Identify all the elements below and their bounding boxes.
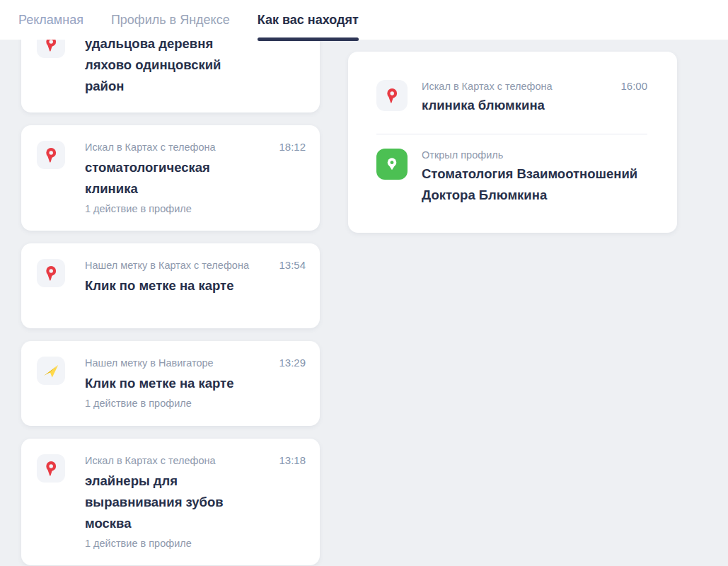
tab-label: Как вас находят — [258, 13, 359, 28]
event-action-count: 1 действие в профиле — [85, 397, 306, 410]
maps-pin-icon — [37, 454, 65, 483]
active-tab-underline — [258, 37, 359, 41]
event-title: Клик по метке на карте — [85, 275, 255, 296]
event-source: Нашел метку в Картах с телефона — [85, 259, 249, 272]
event-action-count: 1 действие в профиле — [85, 202, 306, 215]
maps-pin-icon — [37, 259, 65, 287]
event-time: 18:12 — [279, 141, 306, 153]
maps-pin-icon — [37, 141, 65, 169]
tab-label: Рекламная — [18, 13, 83, 28]
event-card[interactable]: Нашел метку в Картах с телефона 13:54 Кл… — [21, 243, 320, 328]
event-title: удальцова деревня ляхово одинцовский рай… — [85, 33, 255, 97]
tab-label: Профиль в Яндексе — [111, 13, 230, 28]
session-event-search: Искал в Картах с телефона 16:00 клиника … — [376, 80, 647, 116]
event-time: 13:18 — [279, 454, 306, 466]
event-card[interactable]: Искал в Картах с телефона 18:12 стоматол… — [21, 125, 320, 231]
event-title: Стоматология Взаимоотношений Доктора Блю… — [422, 163, 647, 206]
tab-bar: Рекламная Профиль в Яндексе Как вас нахо… — [0, 0, 728, 40]
event-title: элайнеры для выравнивания зубов москва — [85, 470, 255, 534]
event-source: Искал в Картах с телефона — [85, 141, 216, 154]
event-title: стоматологическая клиника — [85, 157, 255, 200]
tab-profile-in-yandex[interactable]: Профиль в Яндексе — [111, 0, 230, 40]
session-divider — [376, 134, 647, 134]
event-time: 13:29 — [279, 357, 306, 369]
session-card[interactable]: Искал в Картах с телефона 16:00 клиника … — [348, 52, 677, 233]
events-column-right: Искал в Картах с телефона 16:00 клиника … — [348, 52, 677, 233]
tab-how-you-are-found[interactable]: Как вас находят — [258, 0, 359, 40]
maps-pin-icon — [376, 80, 408, 111]
event-time: 13:54 — [279, 259, 306, 271]
event-source: Открыл профиль — [422, 149, 503, 161]
event-time: 16:00 — [620, 80, 647, 92]
tab-advertising[interactable]: Рекламная — [18, 0, 83, 40]
event-action-count: 1 действие в профиле — [85, 537, 306, 550]
event-source: Нашел метку в Навигаторе — [85, 357, 214, 369]
event-source: Искал в Картах с телефона — [85, 454, 216, 467]
event-card[interactable]: Нашел метку в Навигаторе 13:29 Клик по м… — [21, 341, 320, 426]
session-event-profile-open: Открыл профиль Стоматология Взаимоотноше… — [376, 149, 647, 206]
events-feed: удальцова деревня ляхово одинцовский рай… — [0, 40, 728, 566]
profile-pin-icon — [376, 149, 408, 180]
navigator-arrow-icon — [37, 357, 65, 385]
event-title: клиника блюмкина — [422, 95, 647, 116]
event-source: Искал в Картах с телефона — [422, 80, 553, 93]
events-column-left: удальцова деревня ляхово одинцовский рай… — [21, 40, 320, 566]
event-title: Клик по метке на карте — [85, 373, 255, 394]
event-card[interactable]: Искал в Картах с телефона 13:18 элайнеры… — [21, 439, 320, 565]
